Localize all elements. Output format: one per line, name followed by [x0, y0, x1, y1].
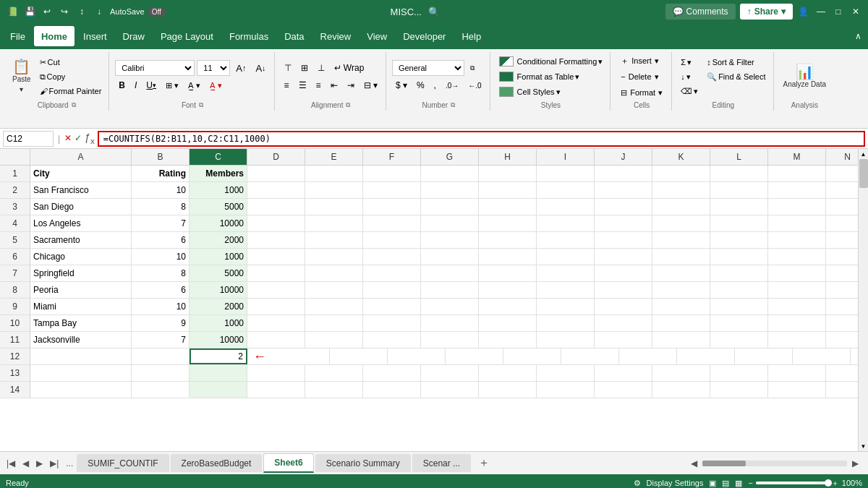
cell[interactable]: [710, 315, 768, 331]
cell[interactable]: Springfield: [30, 265, 132, 281]
cell[interactable]: [247, 182, 305, 198]
redo-icon[interactable]: ↪: [58, 5, 71, 18]
border-button[interactable]: ⊞ ▾: [162, 77, 182, 93]
cell[interactable]: [479, 365, 537, 381]
conditional-formatting-dropdown[interactable]: ▾: [598, 57, 603, 67]
scroll-tabs-right[interactable]: ▶: [848, 457, 862, 470]
cell[interactable]: [537, 282, 595, 298]
cell[interactable]: [30, 365, 132, 381]
cell[interactable]: [826, 215, 858, 231]
cell[interactable]: [132, 382, 190, 398]
scroll-tabs-left[interactable]: ◀: [687, 457, 701, 470]
cell[interactable]: [768, 232, 826, 248]
menu-item-view[interactable]: View: [359, 26, 394, 46]
fill-color-button[interactable]: A̲ ▾: [184, 77, 204, 93]
row-number[interactable]: 7: [0, 265, 30, 281]
cell[interactable]: 10: [132, 299, 190, 314]
cell[interactable]: [330, 348, 388, 364]
cell[interactable]: 6: [132, 232, 190, 248]
cell[interactable]: [363, 282, 421, 298]
inc-decimal-button[interactable]: .0→: [442, 77, 462, 93]
zoom-in-button[interactable]: ＋: [831, 478, 839, 489]
underline-button[interactable]: U ▾: [142, 77, 160, 93]
formula-insert-func-icon[interactable]: ƒx: [85, 132, 95, 145]
wrap-text-button[interactable]: ↵ Wrap: [331, 60, 368, 76]
cell[interactable]: [710, 282, 768, 298]
cell[interactable]: [479, 315, 537, 331]
conditional-formatting-button[interactable]: Conditional Formatting ▾: [496, 55, 606, 68]
cell[interactable]: [363, 232, 421, 248]
cell[interactable]: [363, 182, 421, 198]
cell[interactable]: [363, 332, 421, 348]
cell[interactable]: 2000: [190, 299, 247, 314]
cell[interactable]: [479, 265, 537, 281]
cell[interactable]: [305, 282, 363, 298]
align-mid-button[interactable]: ⊞: [297, 60, 312, 76]
cell[interactable]: [247, 282, 305, 298]
menu-item-insert[interactable]: Insert: [76, 26, 114, 46]
menu-item-developer[interactable]: Developer: [396, 26, 453, 46]
paste-dropdown[interactable]: ▾: [20, 85, 23, 94]
cell[interactable]: 6: [132, 282, 190, 298]
number-expand-icon2[interactable]: ⧉: [451, 101, 455, 109]
scrollbar-thumb[interactable]: [859, 159, 868, 188]
format-painter-button[interactable]: 🖌 Format Painter: [37, 85, 105, 98]
cell[interactable]: [826, 315, 858, 331]
sheet-tab-sheet6[interactable]: Sheet6: [263, 453, 313, 473]
menu-item-file[interactable]: File: [3, 26, 33, 46]
cell[interactable]: [710, 166, 768, 181]
cell[interactable]: [479, 232, 537, 248]
cell[interactable]: [272, 348, 330, 364]
cell[interactable]: Peoria: [30, 282, 132, 298]
cell[interactable]: [768, 215, 826, 231]
maximize-icon[interactable]: □: [832, 5, 845, 18]
cell[interactable]: [826, 299, 858, 314]
comments-button[interactable]: 💬 Comments: [665, 4, 736, 20]
cell[interactable]: [652, 215, 710, 231]
indent-inc-button[interactable]: ⇥: [344, 77, 358, 93]
cell[interactable]: [710, 232, 768, 248]
cell[interactable]: [305, 299, 363, 314]
cell[interactable]: [421, 249, 479, 265]
cell[interactable]: [826, 249, 858, 265]
clipboard-expand-icon[interactable]: ⧉: [72, 101, 76, 109]
cell[interactable]: [595, 249, 652, 265]
row-number[interactable]: 1: [0, 166, 30, 181]
sheet-tab-zero[interactable]: ZeroBasedBudget: [171, 454, 263, 472]
zoom-thumb[interactable]: [825, 479, 832, 487]
cell[interactable]: City: [30, 166, 132, 181]
cell[interactable]: [363, 215, 421, 231]
cell[interactable]: [595, 282, 652, 298]
cell[interactable]: [305, 232, 363, 248]
sheet-nav-first[interactable]: |◀: [3, 457, 19, 470]
cell[interactable]: [305, 365, 363, 381]
decrease-font-button[interactable]: A↓: [252, 60, 269, 76]
align-left-button[interactable]: ≡: [281, 77, 293, 93]
row-number[interactable]: 14: [0, 382, 30, 398]
cell[interactable]: [537, 249, 595, 265]
cell[interactable]: [652, 182, 710, 198]
formula-confirm-icon[interactable]: ✓: [75, 133, 82, 143]
cell[interactable]: [446, 348, 503, 364]
view-preview-icon[interactable]: ▦: [735, 479, 742, 488]
col-header-h[interactable]: H: [479, 149, 537, 165]
cell[interactable]: [305, 249, 363, 265]
cell[interactable]: [421, 365, 479, 381]
cell-ref-box[interactable]: C12: [3, 131, 54, 147]
font-size-select[interactable]: 11: [197, 60, 230, 76]
cell[interactable]: [363, 249, 421, 265]
sheet-tab-scenario-summary[interactable]: Scenario Summary: [315, 454, 411, 472]
cell[interactable]: [247, 199, 305, 215]
insert-dropdown[interactable]: ▾: [655, 56, 659, 66]
menu-item-review[interactable]: Review: [313, 26, 359, 46]
cell[interactable]: [710, 215, 768, 231]
cell[interactable]: [652, 315, 710, 331]
cell[interactable]: [595, 382, 652, 398]
delete-button[interactable]: − Delete ▾: [616, 69, 667, 84]
cell[interactable]: Members: [190, 166, 247, 181]
cell[interactable]: [537, 315, 595, 331]
col-header-j[interactable]: J: [595, 149, 652, 165]
col-header-c[interactable]: C: [190, 149, 247, 165]
cell-styles-dropdown[interactable]: ▾: [556, 87, 561, 97]
cell[interactable]: [826, 199, 858, 215]
